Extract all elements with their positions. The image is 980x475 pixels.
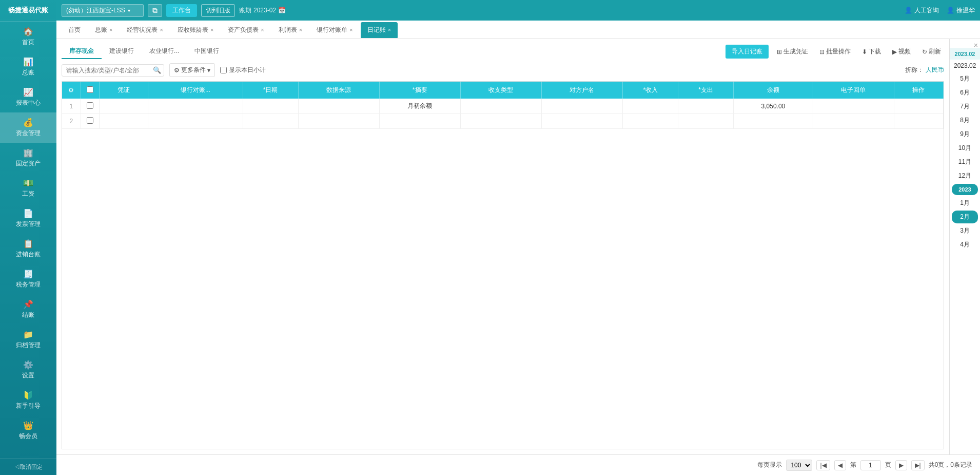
tab-label-business: 经营状况表 (127, 26, 158, 34)
tab-close-profit[interactable]: × (299, 27, 302, 33)
ledger-icon: 📊 (23, 57, 33, 67)
row-checkbox[interactable] (81, 114, 99, 129)
tab-close-receivables[interactable]: × (210, 27, 213, 33)
tab-label-profit: 利润表 (279, 26, 297, 34)
copy-button[interactable]: ⧉ (148, 4, 162, 17)
generate-voucher-button[interactable]: ⊞ 生成凭证 (774, 46, 811, 58)
sidebar-item-home[interactable]: 🏠首页 (0, 22, 56, 52)
sidebar-item-settings[interactable]: ⚙️设置 (0, 355, 56, 385)
sidebar-item-label: 资金管理 (16, 129, 41, 138)
row-counterparty (541, 99, 622, 114)
search-input[interactable] (62, 64, 164, 77)
tab-bank-statement[interactable]: 银行对账单 × (310, 22, 359, 38)
sidebar-item-salary[interactable]: 💵工资 (0, 173, 56, 203)
month-item[interactable]: 1月 (950, 196, 980, 210)
row-checkbox[interactable] (81, 99, 99, 114)
video-button[interactable]: ▶ 视频 (889, 46, 914, 58)
row-e-receipt (813, 114, 894, 129)
tab-bar: 首页总账 ×经营状况表 ×应收账龄表 ×资产负债表 ×利润表 ×银行对账单 ×日… (56, 21, 980, 39)
filter-icon: ⚙ (174, 67, 180, 74)
prev-page-button[interactable]: ◀ (834, 460, 846, 470)
row-action (894, 99, 943, 114)
tab-journal[interactable]: 日记账 × (361, 22, 398, 38)
month-item[interactable]: 3月 (950, 224, 980, 238)
month-item[interactable]: 11月 (950, 155, 980, 169)
refresh-button[interactable]: ↻ 刷新 (919, 46, 944, 58)
calendar-icon[interactable]: 📅 (278, 7, 286, 14)
download-icon: ⬇ (862, 48, 867, 55)
daily-total-check[interactable] (220, 67, 227, 73)
fixed-assets-icon: 🏢 (23, 148, 33, 158)
tab-close-journal[interactable]: × (388, 27, 391, 33)
sub-tab-china[interactable]: 中国银行 (187, 44, 227, 59)
last-page-button[interactable]: ▶| (911, 460, 925, 470)
sidebar-item-archive[interactable]: 📁归档管理 (0, 325, 56, 355)
old-version-button[interactable]: 切到旧版 (201, 4, 235, 17)
month-item[interactable]: 10月 (950, 141, 980, 155)
batch-ops-button[interactable]: ⊟ 批量操作 (816, 46, 854, 58)
company-selector[interactable]: (勿动）江西超宝-LSS ▾ (62, 4, 144, 17)
sidebar-item-label: 发票管理 (16, 220, 41, 229)
more-conditions-button[interactable]: ⚙ 更多条件 ▾ (169, 63, 215, 77)
tab-close-business[interactable]: × (160, 27, 163, 33)
page-number-input[interactable] (860, 460, 881, 470)
e-receipt-col-header: 电子回单 (813, 82, 894, 99)
unpin-button[interactable]: ◁取消固定 (0, 459, 56, 475)
tab-close-ledger[interactable]: × (109, 27, 112, 33)
tab-business[interactable]: 经营状况表 × (120, 22, 169, 38)
sidebar-item-label: 新手引导 (16, 402, 41, 410)
download-button[interactable]: ⬇ 下载 (859, 46, 884, 58)
tab-close-bank-statement[interactable]: × (349, 27, 352, 33)
month-item[interactable]: 6月 (950, 86, 980, 100)
sidebar-item-label: 设置 (22, 371, 34, 380)
month-item[interactable]: 2023.02 (950, 60, 980, 72)
month-item[interactable]: 8月 (950, 113, 980, 127)
tab-receivables[interactable]: 应收账龄表 × (171, 22, 220, 38)
action-col-header: 操作 (894, 82, 943, 99)
app-logo: 畅捷通易代账 (0, 0, 56, 22)
tab-home[interactable]: 首页 (62, 22, 87, 38)
select-all-checkbox[interactable] (87, 86, 93, 93)
tab-assets[interactable]: 资产负债表 × (221, 22, 270, 38)
tab-profit[interactable]: 利润表 × (272, 22, 309, 38)
sidebar-item-invoice[interactable]: 📄发票管理 (0, 203, 56, 234)
workbench-button[interactable]: 工作台 (166, 4, 197, 17)
sidebar-item-fixed-assets[interactable]: 🏢固定资产 (0, 143, 56, 173)
sidebar-item-guide[interactable]: 🔰新手引导 (0, 385, 56, 415)
close-panel-button[interactable]: × (974, 41, 978, 49)
sidebar-item-purchase-sale[interactable]: 📋进销台账 (0, 234, 56, 264)
sidebar-item-finance[interactable]: 💰资金管理 (0, 112, 56, 143)
import-journal-button[interactable]: 导入日记账 (726, 45, 769, 59)
sub-tab-construction[interactable]: 建设银行 (102, 44, 142, 59)
month-item[interactable]: 5月 (950, 72, 980, 86)
next-page-button[interactable]: ▶ (895, 460, 907, 470)
first-page-button[interactable]: |◀ (816, 460, 830, 470)
month-item[interactable]: 4月 (950, 238, 980, 252)
invoice-icon: 📄 (23, 208, 33, 218)
month-item[interactable]: 9月 (950, 127, 980, 141)
page-size-select[interactable]: 100 10 20 50 200 (786, 460, 812, 471)
batch-ops-icon: ⊟ (819, 48, 825, 55)
settings-col-header[interactable]: ⚙ (62, 82, 81, 99)
show-daily-total-checkbox[interactable]: 显示本日小计 (220, 66, 266, 74)
sidebar-item-tax[interactable]: 🧾税务管理 (0, 264, 56, 294)
month-item-active[interactable]: 2月 (952, 211, 978, 223)
user-profile[interactable]: 👤 徐温华 (947, 6, 975, 15)
tab-close-assets[interactable]: × (261, 27, 264, 33)
sub-tab-agricultural[interactable]: 农业银行... (142, 44, 187, 59)
row-bank-statement (148, 114, 243, 129)
sidebar-item-reports[interactable]: 📈报表中心 (0, 82, 56, 112)
tab-ledger[interactable]: 总账 × (88, 22, 119, 38)
checkbox-col-header[interactable] (81, 82, 99, 99)
support-button[interactable]: 👤 人工客询 (905, 6, 939, 15)
sidebar-item-ledger[interactable]: 📊总账 (0, 52, 56, 82)
sidebar-item-closing[interactable]: 📌结账 (0, 294, 56, 325)
month-item[interactable]: 12月 (950, 169, 980, 183)
month-item[interactable]: 7月 (950, 100, 980, 113)
sidebar-item-member[interactable]: 👑畅会员 (0, 415, 56, 446)
sidebar-item-label: 首页 (22, 38, 34, 47)
sub-tab-cash[interactable]: 库存现金 (62, 44, 102, 59)
year-badge: 2023 (952, 184, 978, 195)
row-e-receipt (813, 99, 894, 114)
row-balance: 3,050.00 (734, 99, 813, 114)
